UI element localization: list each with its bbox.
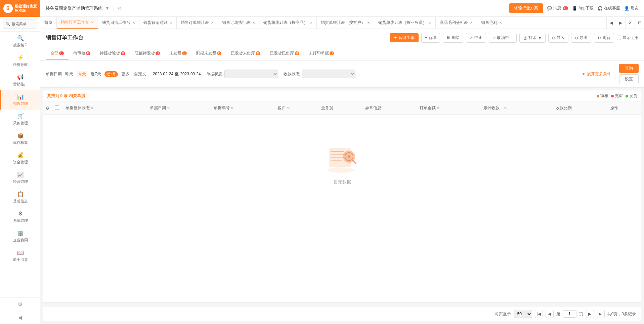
settings-button[interactable]: ⚙	[0, 298, 40, 311]
sidebar-item-purchase[interactable]: 🛒采购管理	[0, 110, 40, 129]
cancel-stop-button[interactable]: ⊙ 取消中止	[489, 33, 517, 43]
tab-sales-profit[interactable]: 销售毛利✕	[477, 17, 506, 29]
tab-close-all-button[interactable]: ⊟	[635, 17, 644, 29]
import-icon: ⊙	[552, 36, 555, 40]
filter-tab-pending-inspect[interactable]: 待拣货验货0	[95, 47, 130, 60]
refresh-button[interactable]: ↻ 刷新	[594, 33, 614, 43]
next-page-button[interactable]: ▶	[586, 310, 594, 318]
sidebar-item-sales[interactable]: 📊销售管理	[0, 90, 40, 110]
sidebar-item-marketing[interactable]: 📢营销推广	[0, 71, 40, 90]
col-date[interactable]: 单据日期 ⇅	[147, 102, 211, 115]
query-button[interactable]: 查询	[619, 64, 639, 73]
export-button[interactable]: ⊙ 导出	[571, 33, 591, 43]
col-staff[interactable]: 业务员	[318, 102, 362, 115]
filter-tab-shipped-not-out[interactable]: 已发货未出库0	[226, 47, 265, 60]
week-quick[interactable]: 近7天	[89, 71, 102, 77]
table-btn-label: 充审	[615, 93, 623, 99]
tab-sales-stats-customer[interactable]: 销货单统计表（按客户）✕	[317, 17, 374, 29]
tab-close-cash-daily[interactable]: ✕	[132, 21, 135, 25]
filter-tab-overdue-not-shipped[interactable]: 到期未发货0	[191, 47, 226, 60]
table-btn-ship[interactable]: 发货	[626, 93, 637, 99]
table-btn-audit[interactable]: 审核	[597, 93, 608, 99]
tab-cash-reconcile[interactable]: 钱货日清对账✕	[139, 17, 177, 29]
status-select[interactable]	[224, 70, 278, 78]
filter-tab-shipped-out[interactable]: 已发货已出库0	[265, 47, 304, 60]
user-menu-button[interactable]: 👤 用友	[624, 5, 639, 11]
sidebar-item-quick-nav[interactable]: ⚡快捷导航	[0, 51, 40, 71]
industry-solution-button[interactable]: 体验行业方案	[509, 3, 543, 13]
tab-close-current-button[interactable]: ✕	[625, 17, 635, 29]
tab-close-sales-exec[interactable]: ✕	[252, 21, 255, 25]
tab-sales-stats[interactable]: 销售订单统计表✕	[177, 17, 218, 29]
table-scroll-container[interactable]: ⚙ 单据整体状态 ⇅ 单据日期 ⇅	[43, 102, 641, 302]
delete-button[interactable]: 🗑 删除	[443, 33, 463, 43]
online-service-button[interactable]: 🎧 在线客服	[598, 5, 620, 11]
tab-home[interactable]: 首页	[40, 17, 57, 29]
app-download-button[interactable]: 📱 App下载	[572, 5, 594, 11]
tab-close-sales-stats[interactable]: ✕	[211, 21, 214, 25]
tab-scroll-right-button[interactable]: ▶	[616, 17, 625, 29]
expand-icon: ▼	[582, 72, 586, 76]
message-button[interactable]: 💬 消息 6	[547, 5, 568, 11]
select-all-checkbox[interactable]	[55, 106, 59, 110]
page-number-input[interactable]	[563, 310, 576, 318]
tab-sales-stats-staff[interactable]: 销货单统计表（按业务员）✕	[374, 17, 436, 29]
more-quick[interactable]: 更多	[120, 71, 131, 77]
print-button[interactable]: 🖨 🖨 打印 打印 ▼	[519, 33, 546, 43]
expand-more-button[interactable]: ▼ 展开更多条件	[582, 71, 611, 77]
gear-icon[interactable]: ⚙	[118, 6, 122, 11]
filter-tab-not-shipped[interactable]: 未发货0	[165, 47, 191, 60]
today-quick[interactable]: 今天	[77, 71, 87, 77]
custom-quick[interactable]: 自定义	[133, 71, 147, 77]
tab-cash-daily[interactable]: 钱货日清工作台✕	[98, 17, 139, 29]
col-collected[interactable]: 累计收款... ⇅	[481, 102, 553, 115]
col-amount[interactable]: 订单金额 ⇅	[417, 102, 481, 115]
show-detail-checkbox[interactable]	[617, 36, 621, 40]
topbar-actions: 体验行业方案 💬 消息 6 📱 App下载 🎧 在线客服 👤 用友	[509, 3, 639, 13]
table-btn-cancel-audit[interactable]: 充审	[611, 93, 623, 99]
col-number[interactable]: 单据编号 ⇅	[211, 102, 275, 115]
sidebar-item-enterprise[interactable]: 🏢企业协同	[0, 227, 40, 246]
last-page-button[interactable]: ▶|	[597, 310, 605, 318]
sidebar-item-finance[interactable]: 💰资金管理	[0, 149, 40, 168]
stop-button[interactable]: ⊙ 中止	[466, 33, 486, 43]
horizontal-scrollbar[interactable]	[43, 302, 641, 306]
payment-select[interactable]	[302, 70, 355, 78]
tab-sales-exec[interactable]: 销售订单执行表✕	[218, 17, 259, 29]
show-detail-toggle[interactable]: 显示明细	[617, 35, 639, 41]
first-page-button[interactable]: |◀	[535, 310, 543, 318]
month-quick[interactable]: 近1月	[104, 71, 118, 77]
tab-sales-stats-product[interactable]: 销货单统计表（按商品）✕	[259, 17, 317, 29]
tab-scroll-left-button[interactable]: ◀	[606, 17, 616, 29]
page-size-select[interactable]: 20 50 100	[514, 310, 532, 318]
tab-close-sales-order[interactable]: ✕	[91, 21, 94, 24]
smart-create-button[interactable]: ✦ 智能生单	[390, 33, 418, 42]
tab-sales-order[interactable]: 销售订单工作台✕	[57, 17, 98, 29]
import-button[interactable]: ⊙ 导入	[548, 33, 568, 43]
prev-page-button[interactable]: ◀	[546, 310, 554, 318]
yesterday-quick[interactable]: 昨天	[64, 71, 75, 77]
tab-close-cash-reconcile[interactable]: ✕	[170, 21, 172, 25]
tab-close-profit-analysis[interactable]: ✕	[470, 21, 473, 25]
sidebar-item-system[interactable]: ⚙系统管理	[0, 207, 40, 227]
filter-tab-wangpu-ship[interactable]: 旺铺待发货0	[130, 47, 165, 60]
sidebar-item-basic-info[interactable]: 📋基础信息	[0, 188, 40, 207]
filter-tab-all[interactable]: 全部0	[46, 47, 69, 60]
tab-close-sales-stats-product[interactable]: ✕	[310, 21, 312, 25]
col-settings[interactable]: ⚙	[43, 102, 52, 115]
tab-close-sales-stats-customer[interactable]: ✕	[367, 21, 370, 25]
setting-button[interactable]: 设置	[619, 74, 639, 84]
tab-close-sales-stats-staff[interactable]: ✕	[429, 21, 431, 25]
search-menu-button[interactable]: 🔍 搜索菜单	[3, 19, 37, 29]
collapse-button[interactable]: ◀	[0, 311, 40, 324]
col-customer[interactable]: 客户 ⇅	[275, 102, 318, 115]
sidebar-item-inventory[interactable]: 📦库存核算	[0, 129, 40, 149]
sidebar-item-operations[interactable]: 📈经营管理	[0, 168, 40, 188]
tab-profit-analysis[interactable]: 商品毛利分析表✕	[436, 17, 477, 29]
tab-close-sales-profit[interactable]: ✕	[499, 21, 502, 25]
sidebar-item-search[interactable]: 🔍搜索菜单	[0, 32, 40, 51]
sidebar-item-guide[interactable]: 📖新手引导	[0, 246, 40, 266]
filter-tab-not-printed[interactable]: 未打印单据0	[304, 47, 339, 60]
filter-tab-pending-audit[interactable]: 待审核0	[69, 47, 95, 60]
add-button[interactable]: + 新增	[421, 33, 440, 43]
